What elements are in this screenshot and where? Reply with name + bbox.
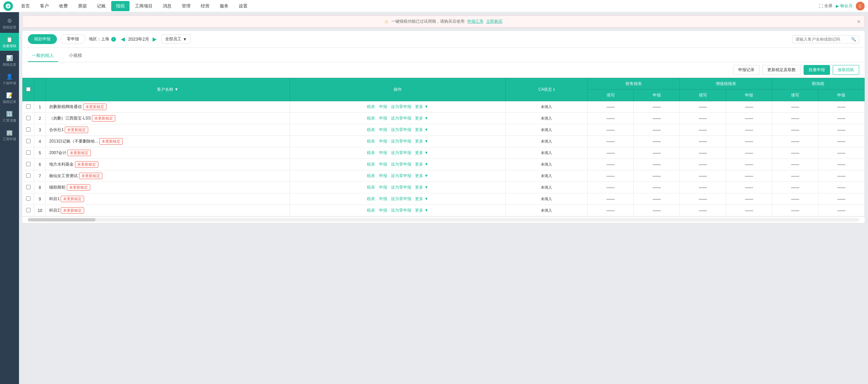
date-prev-btn[interactable]: ◀ — [119, 36, 126, 43]
nav-service[interactable]: 服务 — [215, 1, 233, 11]
row-checkbox[interactable] — [26, 150, 31, 155]
nav-operate[interactable]: 经营 — [196, 1, 214, 11]
tab-zero-declare[interactable]: 零申报 — [60, 34, 85, 44]
op-more[interactable]: 更多 ▼ — [415, 150, 428, 155]
op-tax-form[interactable]: 税表 — [367, 185, 375, 190]
sidebar-item-calc-clear[interactable]: 🔢 汇算清缴 — [0, 107, 19, 125]
banner-close-btn[interactable]: ✕ — [857, 19, 861, 24]
tab-tax-declare[interactable]: 税款申报 — [28, 34, 57, 44]
cell-ca: 未填入 — [506, 147, 588, 159]
cell-add-fill: —— — [772, 205, 818, 216]
op-more[interactable]: 更多 ▼ — [415, 116, 428, 121]
scroll-thumb[interactable] — [28, 218, 96, 221]
search-icon[interactable]: 🔍 — [851, 37, 856, 42]
op-more[interactable]: 更多 ▼ — [415, 196, 428, 201]
op-declare[interactable]: 申报 — [379, 150, 387, 155]
row-checkbox[interactable] — [26, 127, 31, 132]
op-tax-form[interactable]: 税表 — [367, 116, 375, 121]
tab-general-taxpayer[interactable]: 一般的税人 — [28, 50, 58, 62]
row-checkbox[interactable] — [26, 196, 31, 201]
op-more[interactable]: 更多 ▼ — [415, 162, 428, 167]
row-checkbox[interactable] — [26, 162, 31, 166]
op-zero-declare[interactable]: 设为零申报 — [391, 104, 411, 109]
op-zero-declare[interactable]: 设为零申报 — [391, 196, 411, 201]
op-zero-declare[interactable]: 设为零申报 — [391, 150, 411, 155]
nav-manage[interactable]: 管理 — [177, 1, 195, 11]
op-declare[interactable]: 申报 — [379, 162, 387, 167]
op-tax-form[interactable]: 税表 — [367, 139, 375, 144]
op-zero-declare[interactable]: 设为零申报 — [391, 173, 411, 178]
row-checkbox[interactable] — [26, 185, 31, 189]
declare-records-btn[interactable]: 申报记录 — [733, 65, 760, 75]
op-more[interactable]: 更多 ▼ — [415, 185, 428, 190]
avatar[interactable]: C — [856, 2, 865, 10]
nav-message[interactable]: 消息 — [158, 1, 176, 11]
nav-settings[interactable]: 设置 — [234, 1, 252, 11]
update-tax-btn[interactable]: 更新税定及取数 — [762, 65, 801, 75]
cell-name: 科目2 未更新核定 — [46, 205, 290, 216]
cell-fin-fill: —— — [588, 101, 634, 113]
op-tax-form[interactable]: 税表 — [367, 196, 375, 201]
op-more[interactable]: 更多 ▼ — [415, 139, 428, 144]
status-tag: 未更新核定 — [65, 127, 88, 133]
sidebar-item-personal-tax[interactable]: 👤 个税申报 — [0, 70, 19, 88]
op-more[interactable]: 更多 ▼ — [415, 127, 428, 132]
row-checkbox[interactable] — [26, 208, 31, 212]
banner-link-rate[interactable]: 申报汇率 — [467, 19, 484, 24]
row-checkbox[interactable] — [26, 116, 31, 120]
op-zero-declare[interactable]: 设为零申报 — [391, 162, 411, 167]
op-declare[interactable]: 申报 — [379, 185, 387, 190]
op-declare[interactable]: 申报 — [379, 139, 387, 144]
sidebar-item-batch-tax[interactable]: 📋 批量报税 — [0, 33, 19, 51]
op-zero-declare[interactable]: 设为零申报 — [391, 116, 411, 121]
tab-small-scale[interactable]: 小规模 — [65, 50, 86, 62]
date-next-btn[interactable]: ▶ — [151, 36, 158, 43]
op-more[interactable]: 更多 ▼ — [415, 104, 428, 109]
personal-tax-icon: 👤 — [6, 73, 13, 80]
op-declare[interactable]: 申报 — [379, 173, 387, 178]
op-tax-form[interactable]: 税表 — [367, 173, 375, 178]
nav-tax[interactable]: 报税 — [111, 1, 130, 11]
op-declare[interactable]: 申报 — [379, 196, 387, 201]
op-declare[interactable]: 申报 — [379, 208, 387, 213]
region-info-icon[interactable]: i — [111, 37, 116, 42]
op-tax-form[interactable]: 税表 — [367, 150, 375, 155]
op-more[interactable]: 更多 ▼ — [415, 173, 428, 178]
nav-home[interactable]: 首页 — [16, 1, 35, 11]
op-tax-form[interactable]: 税表 — [367, 208, 375, 213]
op-more[interactable]: 更多 ▼ — [415, 208, 428, 213]
nav-items: 首页 客户 收费 票据 记账 报税 工商项目 消息 管理 经营 服务 设置 — [16, 1, 819, 11]
select-all-checkbox[interactable] — [26, 87, 31, 91]
op-zero-declare[interactable]: 设为零申报 — [391, 139, 411, 144]
cell-vat-declare: —— — [726, 205, 772, 216]
sidebar-item-tax-settings[interactable]: ⚙ 报税设置 — [0, 14, 19, 32]
banner-link-buy[interactable]: 立即购买 — [486, 19, 502, 24]
collect-receipt-btn[interactable]: 收取回执 — [833, 65, 859, 75]
nav-account[interactable]: 记账 — [92, 1, 111, 11]
row-checkbox[interactable] — [26, 173, 31, 178]
row-checkbox[interactable] — [26, 139, 31, 143]
sidebar-item-tax-overview[interactable]: 📊 报税总览 — [0, 51, 19, 69]
nav-fee[interactable]: 收费 — [54, 1, 73, 11]
nav-invoice[interactable]: 票据 — [73, 1, 92, 11]
cell-ca: 未填入 — [506, 193, 588, 205]
search-input[interactable] — [795, 37, 850, 42]
op-tax-form[interactable]: 税表 — [367, 162, 375, 167]
batch-declare-btn[interactable]: 批量申报 — [804, 65, 830, 75]
op-declare[interactable]: 申报 — [379, 104, 387, 109]
op-zero-declare[interactable]: 设为零申报 — [391, 208, 411, 213]
row-checkbox[interactable] — [26, 104, 31, 109]
op-declare[interactable]: 申报 — [379, 127, 387, 132]
op-tax-form[interactable]: 税表 — [367, 127, 375, 132]
nav-business[interactable]: 工商项目 — [130, 1, 157, 11]
op-zero-declare[interactable]: 设为零申报 — [391, 185, 411, 190]
op-zero-declare[interactable]: 设为零申报 — [391, 127, 411, 132]
op-declare[interactable]: 申报 — [379, 116, 387, 121]
staff-selector[interactable]: 全部员工 ▼ — [161, 35, 191, 44]
upgrade-btn[interactable]: ▶ 畅会员 — [836, 3, 852, 9]
sidebar-item-business-report[interactable]: 🏢 工商年报 — [0, 126, 19, 144]
op-tax-form[interactable]: 税表 — [367, 104, 375, 109]
nav-client[interactable]: 客户 — [35, 1, 54, 11]
sidebar-item-tax-records[interactable]: 📝 报税记录 — [0, 89, 19, 107]
fullscreen-btn[interactable]: ⛶ 全屏 — [819, 3, 832, 9]
